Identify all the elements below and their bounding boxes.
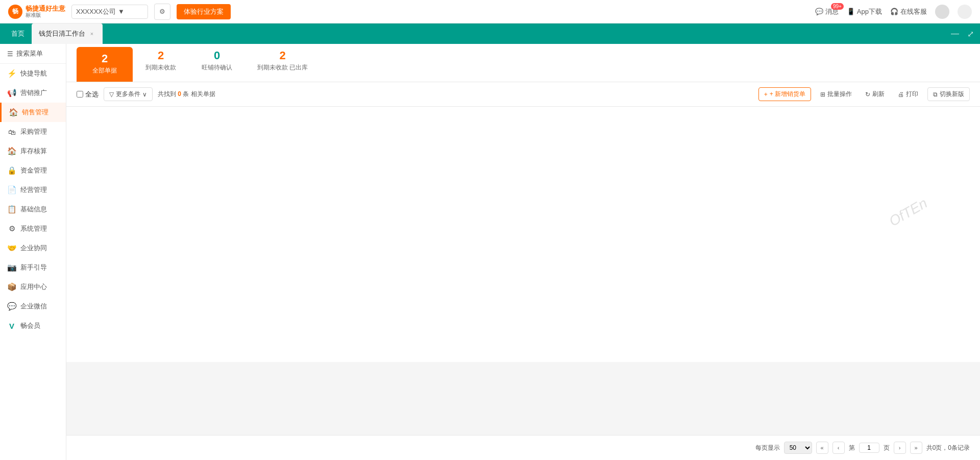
filter-button[interactable]: ▽ 更多条件 ∨ [104,87,153,101]
dropdown-icon: ▼ [118,8,125,15]
content-toolbar: 全选 ▽ 更多条件 ∨ 共找到 0 条 相关单据 + + 新增销货单 ⊞ 批量操… [66,82,980,107]
sidebar-item-quick-nav[interactable]: ⚡ 快捷导航 [0,64,66,83]
sidebar-item-app-center[interactable]: 📦 应用中心 [0,277,66,297]
company-selector[interactable]: XXXXXX公司 ▼ [71,5,148,19]
sidebar-item-operations[interactable]: 📄 经营管理 [0,180,66,200]
stat-num-pending: 0 [214,49,220,62]
toolbar-right: + + 新增销货单 ⊞ 批量操作 ↻ 刷新 🖨 打印 ⧉ 切换新版 [758,87,970,101]
experience-button[interactable]: 体验行业方案 [177,4,231,19]
stat-tab-pending[interactable]: 0 旺铺待确认 [189,44,245,82]
tab-home[interactable]: 首页 [4,23,32,44]
stats-bar: 2 全部单据 2 到期未收款 0 旺铺待确认 2 到期未收款 已出库 [66,44,980,82]
filter-label: 更多条件 [116,90,140,99]
purchase-label: 采购管理 [20,127,47,136]
logo-subtitle: 标准版 [26,12,65,18]
app-center-icon: 📦 [7,282,16,292]
tabs-bar: 首页 钱货日清工作台 × — ⤢ [0,23,980,44]
funds-label: 资金管理 [20,166,47,175]
tab-close-icon[interactable]: × [88,30,95,37]
stat-label-all: 全部单据 [92,66,117,75]
wechat-label: 企业微信 [20,302,47,311]
prev-page-button[interactable]: ‹ [832,442,845,454]
switch-version-button[interactable]: ⧉ 切换新版 [927,87,970,101]
user-avatar[interactable] [935,5,949,19]
settings-button[interactable]: ⚙ [154,4,170,20]
sidebar-item-member[interactable]: V 畅会员 [0,316,66,335]
user-name-area[interactable] [958,5,972,19]
inventory-label: 库存核算 [20,147,47,156]
switch-label: 切换新版 [940,90,964,99]
app-download-button[interactable]: 📱 App下载 [847,7,882,16]
tab-actions: — ⤢ [949,27,976,41]
logo-area: 畅 畅捷通好生意 标准版 [8,5,65,19]
sidebar-item-marketing[interactable]: 📢 营销推广 [0,83,66,103]
enterprise-icon: 🤝 [7,244,16,253]
app-center-label: 应用中心 [20,282,47,292]
content-area: OfTEn [66,107,980,362]
sidebar-item-funds[interactable]: 🔒 资金管理 [0,161,66,180]
stat-num-overdue: 2 [158,49,164,62]
sidebar-item-system[interactable]: ⚙ 系统管理 [0,219,66,238]
stat-num-shipped: 2 [280,49,286,62]
filter-icon: ▽ [109,91,114,98]
workspace-tab-label: 钱货日清工作台 [39,29,85,38]
logo-icon: 畅 [8,5,22,19]
print-button[interactable]: 🖨 打印 [894,88,922,101]
topbar-left: 畅 畅捷通好生意 标准版 XXXXXX公司 ▼ ⚙ 体验行业方案 [8,4,231,20]
sidebar-item-wechat[interactable]: 💬 企业微信 [0,297,66,316]
system-icon: ⚙ [7,224,16,233]
first-page-icon: « [821,445,824,451]
guide-label: 新手引导 [20,263,47,272]
online-service-label: 在线客服 [900,7,927,16]
tab-minimize-button[interactable]: — [949,27,961,41]
tab-expand-button[interactable]: ⤢ [965,27,976,41]
next-page-button[interactable]: › [894,442,906,454]
sidebar-item-basic-info[interactable]: 📋 基础信息 [0,200,66,219]
chevron-down-icon: ∨ [142,91,147,98]
messages-button[interactable]: 💬 消息 99 [815,7,839,16]
sidebar-item-guide[interactable]: 📷 新手引导 [0,258,66,277]
found-suffix: 条 相关单据 [183,90,215,98]
stat-tab-all[interactable]: 2 全部单据 [77,47,133,82]
stat-label-pending: 旺铺待确认 [202,63,232,72]
stat-tab-overdue[interactable]: 2 到期未收款 [133,44,189,82]
guide-icon: 📷 [7,263,16,272]
wechat-icon: 💬 [7,302,16,311]
operations-icon: 📄 [7,185,16,195]
per-page-select[interactable]: 20 50 100 [784,442,812,454]
topbar-right: 💬 消息 99 📱 App下载 🎧 在线客服 [815,5,972,19]
page-suffix: 页 [884,444,890,452]
stat-tab-shipped[interactable]: 2 到期未收款 已出库 [245,44,320,82]
sidebar-item-sales[interactable]: 🏠 销售管理 [0,103,66,122]
stat-num-all: 2 [102,52,108,65]
online-service-button[interactable]: 🎧 在线客服 [890,7,927,16]
last-page-button[interactable]: » [910,442,922,454]
total-records: 共0页，0条记录 [926,444,970,452]
company-name: XXXXXX公司 [76,7,116,16]
found-count: 0 [178,90,181,98]
first-page-button[interactable]: « [816,442,828,454]
stat-label-shipped: 到期未收款 已出库 [257,63,308,72]
inventory-icon: 🏠 [7,147,16,156]
watermark: OfTEn [886,195,930,230]
logo-title: 畅捷通好生意 [26,5,65,13]
select-all-checkbox[interactable] [77,91,83,98]
sidebar-item-purchase[interactable]: 🛍 采购管理 [0,122,66,141]
basic-info-label: 基础信息 [20,205,47,214]
print-label: 打印 [906,90,918,99]
add-sales-order-button[interactable]: + + 新增销货单 [758,87,811,101]
current-page-input[interactable]: 1 [859,443,879,453]
batch-operation-button[interactable]: ⊞ 批量操作 [816,88,856,101]
refresh-button[interactable]: ↻ 刷新 [861,88,889,101]
basic-info-icon: 📋 [7,205,16,214]
tab-workspace[interactable]: 钱货日清工作台 × [32,23,103,44]
operations-label: 经营管理 [20,185,47,195]
sidebar-item-inventory[interactable]: 🏠 库存核算 [0,141,66,161]
sales-icon: 🏠 [9,108,18,117]
switch-icon: ⧉ [933,91,938,98]
search-menu-item[interactable]: ☰ 搜索菜单 [0,44,66,64]
bell-icon: 💬 [815,8,823,15]
toolbar-left: 全选 ▽ 更多条件 ∨ 共找到 0 条 相关单据 [77,87,215,101]
select-all-checkbox-label[interactable]: 全选 [77,90,99,99]
sidebar-item-enterprise[interactable]: 🤝 企业协同 [0,238,66,258]
